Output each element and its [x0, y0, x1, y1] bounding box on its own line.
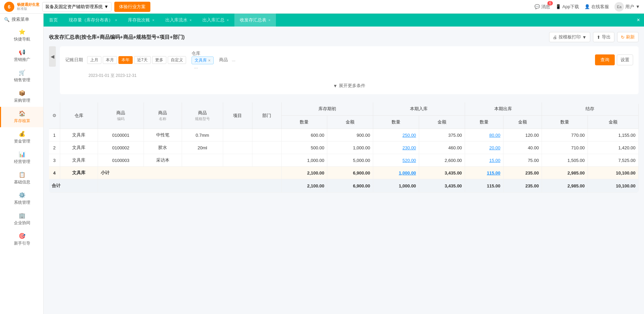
refresh-button[interactable]: ↻ 刷新	[617, 32, 639, 42]
th-department: 部门	[252, 102, 281, 129]
sidebar-item-quicknav[interactable]: ⭐ 快捷导航	[0, 25, 43, 46]
goods-filter-label: 商品	[219, 57, 228, 62]
filter-warehouse-group: 仓库 文具库 × ...	[192, 50, 214, 69]
cell-project	[223, 154, 252, 167]
date-btn-more[interactable]: 更多	[152, 56, 166, 64]
message-action[interactable]: 💬 消息 6	[534, 4, 550, 10]
date-btn-this-month[interactable]: 本月	[103, 56, 117, 64]
page-actions: 🖨 按模板打印 ▼ ⬆ 导出 ↻ 刷新	[549, 32, 639, 42]
tab-home[interactable]: 首页	[44, 14, 63, 27]
cell-index: 2	[49, 142, 60, 154]
cell-department	[252, 142, 281, 154]
cell-in-qty[interactable]: 520.00	[373, 154, 419, 167]
system-dropdown[interactable]: 装备及固定资产辅助管理系统 ▼	[42, 2, 112, 12]
tab-stock-dist[interactable]: 现存量（库存分布表） ×	[63, 14, 122, 27]
table-row: 2 文具库 0100002 胶水 20ml 500.00 1,000.00 23…	[49, 142, 639, 154]
subtotal-out-qty[interactable]: 115.00	[465, 167, 503, 179]
app-download-label: App下载	[562, 4, 579, 10]
cell-goods-code: 0100003	[98, 154, 144, 167]
message-badge: 6	[547, 1, 553, 5]
filter-row-date-range: 2023-01-01 至 2023-12-31	[65, 72, 633, 79]
tab-receive-send-close[interactable]: ×	[268, 18, 270, 22]
dropdown-arrow-icon: ▼	[104, 4, 109, 9]
cell-out-amt: 120.00	[503, 129, 542, 142]
th-out-amt: 金额	[503, 116, 542, 129]
tab-batch-ledger[interactable]: 库存批次账 ×	[122, 14, 160, 27]
sidebar-item-inventory[interactable]: 🏠 库存核算	[0, 107, 43, 127]
cell-out-qty[interactable]: 20.00	[465, 142, 503, 154]
sidebar-item-system[interactable]: ⚙️ 系统管理	[0, 188, 43, 209]
th-balance-group: 结存	[542, 102, 638, 116]
cell-out-qty[interactable]: 80.00	[465, 129, 503, 142]
date-btn-this-year[interactable]: 本年	[118, 56, 133, 64]
tab-bar-close-all[interactable]: ×	[633, 17, 644, 23]
system-name: 装备及固定资产辅助管理系统	[45, 4, 103, 10]
filter-area: 记账日期 上月 本月 本年 近7天 更多 自定义	[60, 46, 639, 94]
download-icon: 📱	[556, 4, 561, 9]
sidebar-item-newguide[interactable]: 🎯 新手引导	[0, 229, 43, 250]
date-btn-7days[interactable]: 近7天	[134, 56, 151, 64]
trial-button[interactable]: 体验行业方案	[114, 2, 150, 12]
marketing-icon: 📢	[19, 49, 26, 55]
date-btn-last-month[interactable]: 上月	[87, 56, 101, 64]
tab-inout-flow[interactable]: 出入库流水 ×	[160, 14, 197, 27]
sidebar-item-marketing[interactable]: 📢 营销推广	[0, 46, 43, 66]
subtotal-warehouse: 文具库	[60, 167, 98, 179]
sidebar-item-purchase[interactable]: 📦 采购管理	[0, 86, 43, 107]
operation-icon: 📊	[19, 151, 26, 158]
table-settings-icon[interactable]: ⚙	[52, 113, 56, 118]
sidebar-item-sales[interactable]: 🛒 销售管理	[0, 66, 43, 86]
th-in-amt: 金额	[419, 116, 465, 129]
sidebar-item-finance[interactable]: 💰 资金管理	[0, 127, 43, 148]
sidebar: 🔍 搜索菜单 ⭐ 快捷导航 📢 营销推广 🛒 销售管理 📦 采购管理 🏠	[0, 14, 44, 314]
filter-collapse-btn[interactable]: ◀	[49, 46, 56, 67]
goods-placeholder[interactable]: ...	[232, 57, 235, 62]
app-download-action[interactable]: 📱 App下载	[556, 4, 579, 10]
tab-inout-summary-close[interactable]: ×	[227, 18, 229, 22]
cell-in-amt: 375.00	[419, 129, 465, 142]
sidebar-item-base[interactable]: 📋 基础信息	[0, 168, 43, 188]
cell-in-qty[interactable]: 230.00	[373, 142, 419, 154]
tab-stock-dist-close[interactable]: ×	[115, 18, 117, 22]
cell-out-qty[interactable]: 15.00	[465, 154, 503, 167]
sidebar-item-enterprise[interactable]: 🏢 企业协同	[0, 209, 43, 229]
sidebar-item-label-sales: 销售管理	[14, 77, 30, 83]
filter-settings-button[interactable]: 设置	[617, 54, 633, 65]
th-goods-spec: 商品规格型号	[182, 102, 223, 129]
sidebar-search-label: 搜索菜单	[12, 16, 29, 22]
cell-goods-name: 中性笔	[144, 129, 182, 142]
footer-opening-amt: 6,900.00	[327, 179, 373, 193]
sidebar-item-operation[interactable]: 📊 经营管理	[0, 148, 43, 168]
online-service-action[interactable]: 👤 在线客服	[584, 4, 609, 10]
date-range-text: 2023-01-01 至 2023-12-31	[88, 73, 136, 79]
footer-in-qty: 1,000.00	[373, 179, 419, 193]
user-action[interactable]: Ea 用户 ▼	[614, 2, 640, 12]
export-button[interactable]: ⬆ 导出	[593, 32, 614, 42]
tab-stock-dist-label: 现存量（库存分布表）	[69, 17, 113, 23]
system-icon: ⚙️	[19, 192, 26, 198]
cell-index: 1	[49, 129, 60, 142]
print-button[interactable]: 🖨 按模板打印 ▼	[549, 32, 590, 42]
date-filter-label: 记账日期	[65, 57, 83, 63]
print-dropdown-icon: ▼	[582, 35, 587, 40]
tab-receive-send[interactable]: 收发存汇总表 ×	[234, 14, 276, 27]
warehouse-more[interactable]: ...	[194, 64, 198, 69]
subtotal-row: 4 文具库 小计 2,100.00 6,900.00 1,000.00 3,43…	[49, 167, 639, 179]
subtotal-in-qty[interactable]: 1,000.00	[373, 167, 419, 179]
sidebar-search-item[interactable]: 🔍 搜索菜单	[0, 14, 43, 25]
top-bar-left: 6 畅捷通好生意 标准版 装备及固定资产辅助管理系统 ▼ 体验行业方案	[4, 2, 150, 12]
expand-label: 展开更多条件	[339, 83, 365, 89]
warehouse-tag-close[interactable]: ×	[208, 58, 211, 63]
cell-in-qty[interactable]: 250.00	[373, 129, 419, 142]
query-button[interactable]: 查询	[595, 54, 615, 65]
tab-inout-flow-close[interactable]: ×	[189, 18, 192, 22]
cell-balance-qty: 710.00	[542, 142, 588, 154]
footer-spacer	[98, 179, 281, 193]
date-btn-custom[interactable]: 自定义	[168, 56, 186, 64]
expand-more-btn[interactable]: ▼ 展开更多条件	[65, 81, 633, 90]
tab-home-label: 首页	[49, 17, 58, 23]
tab-inout-summary[interactable]: 出入库汇总 ×	[197, 14, 234, 27]
tab-batch-ledger-close[interactable]: ×	[152, 18, 154, 22]
filter-goods-group: 商品 ...	[219, 57, 235, 63]
warehouse-tag-text: 文具库	[195, 57, 207, 63]
